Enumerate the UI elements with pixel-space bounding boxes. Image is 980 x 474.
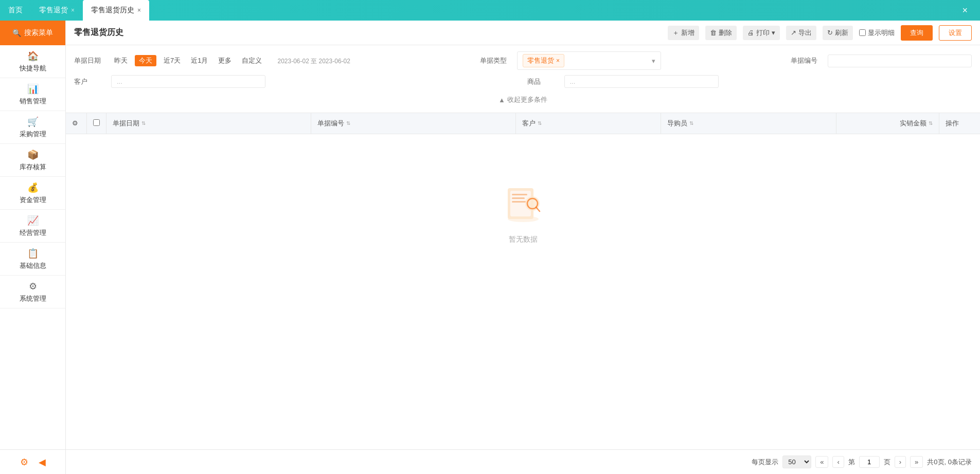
- tab-retail-return[interactable]: 零售退货 ×: [31, 0, 83, 21]
- sidebar-item-sales[interactable]: 📊 销售管理: [0, 78, 65, 111]
- pagination-bar: 每页显示 50 20 100 « ‹ 第 页 › » 共0页, 0条记录: [66, 449, 980, 474]
- tab-retail-return-history-close[interactable]: ×: [137, 7, 141, 14]
- page-size-label: 每页显示: [752, 458, 778, 467]
- print-chevron-icon: ▾: [772, 29, 775, 37]
- date-opt-yesterday[interactable]: 昨天: [111, 55, 131, 66]
- th-date[interactable]: 单据日期 ⇅: [106, 113, 311, 134]
- filter-row-2: 客户 ... 商品 ...: [74, 75, 972, 88]
- header-actions: ＋ 新增 🗑 删除 🖨 打印 ▾ ↗ 导出 ↻ 刷新: [668, 25, 972, 41]
- operations-icon: 📈: [27, 215, 39, 226]
- tab-retail-return-close[interactable]: ×: [71, 7, 75, 14]
- sort-date-icon: ⇅: [141, 120, 146, 126]
- new-icon: ＋: [672, 28, 679, 38]
- sort-amount-icon: ⇅: [929, 120, 933, 126]
- window-close-button[interactable]: ×: [958, 5, 972, 16]
- prev-page-button[interactable]: ‹: [832, 456, 844, 468]
- settings-bottom-icon[interactable]: ⚙: [20, 457, 28, 468]
- export-icon: ↗: [791, 29, 796, 37]
- export-button[interactable]: ↗ 导出: [786, 26, 816, 40]
- sidebar-item-quick-nav[interactable]: 🏠 快捷导航: [0, 45, 65, 78]
- inventory-icon: 📦: [27, 149, 39, 160]
- delete-button[interactable]: 🗑 删除: [705, 26, 737, 40]
- page-number-input[interactable]: [859, 456, 880, 468]
- system-icon: ⚙: [29, 281, 37, 292]
- date-filter-label: 单据日期: [74, 56, 103, 65]
- sidebar-item-operations[interactable]: 📈 经营管理: [0, 210, 65, 243]
- svg-rect-4: [512, 197, 525, 199]
- sidebar-bottom: ⚙ ◀: [0, 449, 65, 474]
- collapse-up-icon: ▲: [498, 96, 505, 104]
- table-header-row: ⚙ 单据日期 ⇅ 单据编号 ⇅: [66, 113, 980, 134]
- sidebar-item-base-info[interactable]: 📋 基础信息: [0, 243, 65, 276]
- tab-retail-return-history[interactable]: 零售退货历史 ×: [83, 0, 149, 21]
- page-title: 零售退货历史: [74, 27, 668, 38]
- filter-area: 单据日期 昨天 今天 近7天 近1月 更多 自定义 2023-06-02 至 2…: [66, 45, 980, 113]
- tab-home[interactable]: 首页: [0, 0, 31, 21]
- type-filter-select[interactable]: 零售退货 × ▾: [517, 51, 661, 70]
- goods-filter-input[interactable]: ...: [564, 75, 719, 88]
- date-opt-more[interactable]: 更多: [215, 55, 235, 66]
- customer-filter-input[interactable]: ...: [111, 75, 265, 88]
- th-settings[interactable]: ⚙: [66, 113, 86, 134]
- th-checkbox[interactable]: [86, 113, 106, 134]
- type-tag-close[interactable]: ×: [556, 57, 560, 64]
- th-customer[interactable]: 客户 ⇅: [516, 113, 661, 134]
- refresh-button[interactable]: ↻ 刷新: [823, 26, 853, 40]
- new-button[interactable]: ＋ 新增: [668, 26, 699, 40]
- date-opt-7days[interactable]: 近7天: [161, 55, 184, 66]
- sidebar-item-inventory[interactable]: 📦 库存核算: [0, 144, 65, 177]
- number-filter-input[interactable]: [828, 54, 972, 67]
- sidebar-item-system[interactable]: ⚙ 系统管理: [0, 276, 65, 308]
- empty-illustration: [497, 175, 549, 227]
- date-opt-today[interactable]: 今天: [135, 55, 156, 66]
- sort-salesperson-icon: ⇅: [689, 120, 693, 126]
- display-detail-checkbox-label[interactable]: 显示明细: [859, 28, 895, 38]
- main-layout: 🔍 搜索菜单 🏠 快捷导航 📊 销售管理 🛒 采购管理 📦 库存核算 💰 资金管…: [0, 21, 980, 474]
- content-area: 零售退货历史 ＋ 新增 🗑 删除 🖨 打印 ▾ ↗ 导出: [66, 21, 980, 474]
- page-size-select[interactable]: 50 20 100: [782, 455, 811, 468]
- customer-filter-label: 客户: [74, 77, 103, 86]
- select-all-checkbox[interactable]: [93, 119, 100, 126]
- search-icon: 🔍: [12, 29, 21, 37]
- th-salesperson[interactable]: 导购员 ⇅: [661, 113, 836, 134]
- collapse-sidebar-icon[interactable]: ◀: [39, 457, 46, 468]
- query-button[interactable]: 查询: [901, 25, 933, 41]
- settings-button[interactable]: 设置: [939, 25, 972, 41]
- quick-nav-icon: 🏠: [27, 50, 39, 62]
- finance-icon: 💰: [27, 182, 39, 193]
- collapse-bar[interactable]: ▲ 收起更多条件: [74, 93, 972, 106]
- sort-customer-icon: ⇅: [538, 120, 542, 126]
- type-filter-label: 单据类型: [480, 56, 509, 65]
- sidebar-item-purchase[interactable]: 🛒 采购管理: [0, 111, 65, 144]
- th-operation: 操作: [939, 113, 980, 134]
- th-number[interactable]: 单据编号 ⇅: [311, 113, 515, 134]
- empty-state: 暂无数据: [66, 134, 980, 285]
- page-unit-label: 页: [884, 458, 890, 467]
- filter-row-1: 单据日期 昨天 今天 近7天 近1月 更多 自定义 2023-06-02 至 2…: [74, 51, 972, 70]
- number-filter-label: 单据编号: [791, 56, 819, 65]
- sidebar-item-finance[interactable]: 💰 资金管理: [0, 177, 65, 210]
- last-page-button[interactable]: »: [910, 456, 923, 468]
- table-container: ⚙ 单据日期 ⇅ 单据编号 ⇅: [66, 113, 980, 449]
- page-header: 零售退货历史 ＋ 新增 🗑 删除 🖨 打印 ▾ ↗ 导出: [66, 21, 980, 45]
- date-range-display: 2023-06-02 至 2023-06-02: [277, 56, 350, 66]
- sidebar-search[interactable]: 🔍 搜索菜单: [0, 21, 65, 45]
- sidebar: 🔍 搜索菜单 🏠 快捷导航 📊 销售管理 🛒 采购管理 📦 库存核算 💰 资金管…: [0, 21, 66, 474]
- display-detail-checkbox[interactable]: [859, 29, 866, 36]
- th-amount[interactable]: 实销金额 ⇅: [836, 113, 939, 134]
- base-info-icon: 📋: [27, 248, 39, 259]
- goods-filter-label: 商品: [527, 77, 556, 86]
- data-table: ⚙ 单据日期 ⇅ 单据编号 ⇅: [66, 113, 980, 285]
- refresh-icon: ↻: [827, 29, 833, 37]
- date-opt-1month[interactable]: 近1月: [188, 55, 211, 66]
- svg-rect-5: [512, 201, 526, 203]
- first-page-button[interactable]: «: [815, 456, 828, 468]
- type-select-chevron: ▾: [652, 57, 655, 65]
- svg-rect-3: [512, 194, 527, 195]
- print-button[interactable]: 🖨 打印 ▾: [743, 26, 780, 40]
- date-opt-custom[interactable]: 自定义: [239, 55, 265, 66]
- next-page-button[interactable]: ›: [895, 456, 906, 468]
- delete-icon: 🗑: [710, 29, 717, 37]
- top-bar: 首页 零售退货 × 零售退货历史 × ×: [0, 0, 980, 21]
- top-bar-right: ×: [958, 5, 980, 16]
